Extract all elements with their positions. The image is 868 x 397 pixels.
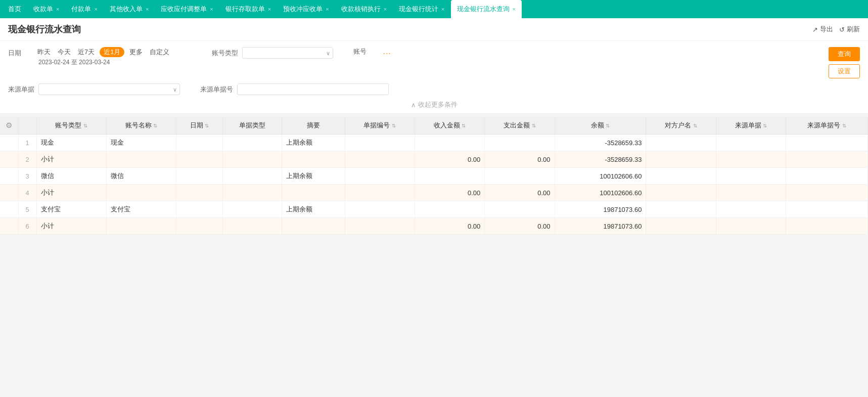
row-number: 3 — [18, 168, 36, 185]
tab-close-icon[interactable]: × — [268, 6, 271, 12]
data-table: ⚙账号类型 ⇅账号名称 ⇅日期 ⇅单据类型摘要单据编号 ⇅收入金额 ⇅支出金额 … — [0, 117, 868, 235]
col-header-doc_no[interactable]: 单据编号 ⇅ — [345, 117, 415, 135]
tab-close-icon[interactable]: × — [210, 6, 213, 12]
tab-label: 收款核销执行 — [341, 5, 381, 14]
table-settings-icon[interactable]: ⚙ — [6, 121, 12, 129]
cell-summary — [282, 151, 345, 168]
nav-tab[interactable]: 付款单× — [65, 0, 103, 18]
cell-summary: 上期余额 — [282, 135, 345, 151]
cell-account_type: 微信 — [36, 168, 106, 185]
cell-source_doc — [716, 185, 786, 201]
tab-close-icon[interactable]: × — [513, 6, 516, 12]
date-option-btn[interactable]: 今天 — [56, 47, 73, 57]
sort-icon: ⇅ — [83, 123, 87, 128]
cell-counterparty — [646, 151, 716, 168]
nav-tab[interactable]: 其他收入单× — [104, 0, 155, 18]
settings-button[interactable]: 设置 — [829, 64, 860, 78]
table-row: 6小计0.000.0019871073.60 — [0, 218, 868, 235]
export-label: 导出 — [820, 25, 833, 34]
cell-account_name: 支付宝 — [106, 201, 176, 218]
row-number: 4 — [18, 185, 36, 201]
nav-tab[interactable]: 银行存取款单× — [219, 0, 277, 18]
tab-close-icon[interactable]: × — [326, 6, 329, 12]
cell-date — [176, 218, 222, 235]
row-settings-cell — [0, 151, 18, 168]
cell-income — [415, 135, 484, 151]
date-option-btn[interactable]: 更多 — [127, 47, 145, 57]
source-doc-no-input[interactable] — [237, 83, 389, 95]
table-body: 1现金现金上期余额-3528659.332小计0.000.00-3528659.… — [0, 135, 868, 235]
col-header-expense[interactable]: 支出金额 ⇅ — [485, 117, 555, 135]
cell-source_doc — [716, 201, 786, 218]
date-options-row: 昨天今天近7天近1月更多自定义 — [35, 47, 171, 57]
cell-balance: 100102606.60 — [555, 185, 646, 201]
account-type-select[interactable] — [242, 47, 333, 59]
cell-source_doc_no — [786, 168, 868, 185]
cell-doc_type — [222, 218, 282, 235]
cell-balance: -3528659.33 — [555, 135, 646, 151]
nav-tab[interactable]: 收款核销执行× — [335, 0, 393, 18]
date-option-btn[interactable]: 近1月 — [100, 47, 124, 57]
tab-close-icon[interactable]: × — [384, 6, 387, 12]
cell-doc_type — [222, 185, 282, 201]
filter-area: 日期 昨天今天近7天近1月更多自定义 2023-02-24 至 2023-03-… — [0, 41, 868, 114]
row-settings-cell — [0, 168, 18, 185]
nav-tab[interactable]: 应收应付调整单× — [155, 0, 219, 18]
source-doc-select[interactable] — [38, 83, 180, 95]
cell-doc_no — [345, 151, 415, 168]
page-title: 现金银行流水查询 — [8, 23, 81, 35]
date-option-btn[interactable]: 自定义 — [148, 47, 171, 57]
cell-income — [415, 168, 484, 185]
nav-tab[interactable]: 收款单× — [27, 0, 65, 18]
col-header-balance[interactable]: 余额 ⇅ — [555, 117, 646, 135]
cell-account_type: 支付宝 — [36, 201, 106, 218]
export-button[interactable]: ↗ 导出 — [812, 25, 833, 34]
col-header-source_doc_no[interactable]: 来源单据号 ⇅ — [786, 117, 868, 135]
nav-tab[interactable]: 现金银行统计× — [393, 0, 450, 18]
account-dots-button[interactable]: ... — [383, 47, 391, 56]
sort-icon: ⇅ — [842, 123, 846, 128]
cell-expense: 0.00 — [485, 185, 555, 201]
tab-label: 预收冲应收单 — [283, 5, 323, 14]
cell-doc_no — [345, 185, 415, 201]
tab-close-icon[interactable]: × — [56, 6, 59, 12]
cell-date — [176, 185, 222, 201]
col-header-counterparty[interactable]: 对方户名 ⇅ — [646, 117, 716, 135]
tab-label: 其他收入单 — [110, 5, 143, 14]
sort-icon: ⇅ — [763, 123, 767, 128]
date-option-btn[interactable]: 昨天 — [35, 47, 53, 57]
nav-tab[interactable]: 预收冲应收单× — [277, 0, 335, 18]
sort-icon: ⇅ — [153, 123, 157, 128]
cell-summary — [282, 185, 345, 201]
cell-doc_no — [345, 218, 415, 235]
col-header-row_num — [18, 117, 36, 135]
col-header-account_name[interactable]: 账号名称 ⇅ — [106, 117, 176, 135]
col-header-date[interactable]: 日期 ⇅ — [176, 117, 222, 135]
date-label: 日期 — [8, 49, 33, 58]
tab-label: 付款单 — [71, 5, 91, 14]
col-header-account_type[interactable]: 账号类型 ⇅ — [36, 117, 106, 135]
page-header: 现金银行流水查询 ↗ 导出 ↺ 刷新 — [0, 18, 868, 41]
collapse-bar[interactable]: ∧ 收起更多条件 — [8, 98, 860, 111]
cell-doc_no — [345, 168, 415, 185]
date-option-btn[interactable]: 近7天 — [76, 47, 97, 57]
col-header-income[interactable]: 收入金额 ⇅ — [415, 117, 484, 135]
row-settings-cell — [0, 201, 18, 218]
tab-close-icon[interactable]: × — [146, 6, 149, 12]
col-header-source_doc[interactable]: 来源单据 ⇅ — [716, 117, 786, 135]
nav-home[interactable]: 首页 — [2, 0, 27, 18]
nav-tab[interactable]: 现金银行流水查询× — [451, 0, 522, 18]
account-type-label: 账号类型 — [212, 49, 238, 58]
refresh-button[interactable]: ↺ 刷新 — [839, 25, 860, 34]
row-number: 1 — [18, 135, 36, 151]
col-header-doc_type: 单据类型 — [222, 117, 282, 135]
source-doc-no-label: 来源单据号 — [200, 85, 233, 94]
tab-close-icon[interactable]: × — [94, 6, 97, 12]
sort-icon: ⇅ — [532, 123, 536, 128]
tab-close-icon[interactable]: × — [441, 6, 444, 12]
cell-balance: -3528659.33 — [555, 151, 646, 168]
query-button[interactable]: 查询 — [829, 47, 860, 61]
right-action-buttons: 查询 设置 — [829, 47, 860, 78]
tab-label: 现金银行统计 — [399, 5, 438, 14]
table-row: 5支付宝支付宝上期余额19871073.60 — [0, 201, 868, 218]
